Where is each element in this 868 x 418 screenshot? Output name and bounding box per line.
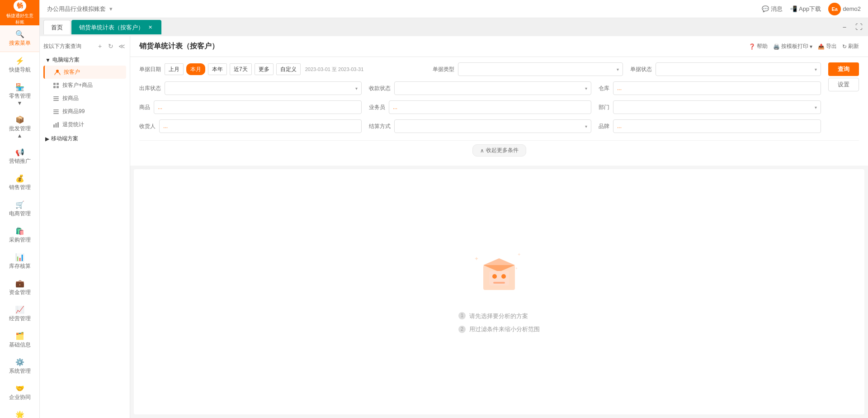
date-btn-last7[interactable]: 近7天	[230, 63, 252, 75]
scheme-collapse-btn[interactable]: ≪	[117, 42, 126, 51]
bill-status-item: 单据状态 ▾	[630, 62, 821, 76]
bill-status-select[interactable]: ▾	[656, 62, 821, 76]
date-btn-this-year[interactable]: 本年	[208, 63, 227, 75]
scheme-refresh-btn[interactable]: ↻	[106, 42, 115, 51]
warehouse-select[interactable]: ...	[613, 81, 821, 95]
bill-type-select[interactable]: ▾	[458, 62, 623, 76]
sidebar-item-finance[interactable]: 💼 资金管理	[0, 275, 40, 301]
brand-placeholder: ...	[617, 123, 622, 129]
tab-sales-stats[interactable]: 销货单统计表（按客户） ✕	[71, 20, 161, 34]
sidebar-operations-label: 经营管理	[2, 315, 38, 323]
user-profile[interactable]: Ea demo2	[828, 3, 861, 15]
sidebar-item-ecommerce[interactable]: 🛒 电商管理	[0, 196, 40, 222]
scheme-item-by-customer[interactable]: 按客户	[43, 66, 126, 79]
sidebar-item-system[interactable]: ⚙️ 系统管理	[0, 353, 40, 380]
salesperson-select[interactable]: ...	[389, 100, 591, 114]
topbar: 办公用品行业模拟账套 ▾ 💬 消息 📲 App下载 Ea demo2	[40, 0, 868, 18]
sidebar-wholesale-label: 批发管理	[2, 125, 38, 133]
message-btn[interactable]: 💬 消息	[762, 5, 783, 13]
svg-point-0	[56, 70, 59, 72]
tab-close-btn[interactable]: ✕	[146, 24, 154, 31]
sidebar-basic-label: 基础信息	[2, 341, 38, 349]
chart-icon	[52, 121, 60, 128]
app-download-btn[interactable]: 📲 App下载	[790, 5, 821, 13]
svg-rect-12	[56, 123, 57, 128]
settlement-select[interactable]: ▾	[394, 119, 591, 133]
print-btn[interactable]: 🖨️ 按模板打印 ▾	[773, 43, 812, 50]
grid-icon	[52, 82, 60, 89]
settlement-arrow: ▾	[585, 124, 587, 129]
brand-select[interactable]: ...	[613, 119, 821, 133]
operations-icon: 📈	[2, 305, 38, 314]
svg-rect-4	[57, 86, 59, 88]
logo-text: 畅捷通好生意	[6, 13, 33, 19]
svg-rect-10	[53, 113, 59, 114]
receive-status-select[interactable]: ▾	[394, 81, 591, 95]
finance-icon: 💼	[2, 279, 38, 288]
sidebar-item-inventory[interactable]: 📊 库存核算	[0, 248, 40, 275]
svg-rect-11	[53, 124, 55, 128]
export-icon: 📤	[818, 43, 825, 50]
scheme-item-label: 按客户+商品	[62, 81, 93, 89]
department-select[interactable]: ▾	[613, 100, 821, 114]
receiver-label: 收货人	[139, 123, 156, 130]
sidebar-item-retail[interactable]: 🏪 零售管理 ▼	[0, 78, 40, 111]
refresh-btn[interactable]: ↻ 刷新	[842, 43, 859, 50]
svg-rect-2	[57, 83, 59, 85]
tab-minimize-btn[interactable]: －	[839, 21, 850, 34]
sidebar-item-basic[interactable]: 🗂️ 基础信息	[0, 327, 40, 353]
scheme-item-by-product[interactable]: 按商品	[43, 92, 126, 105]
sidebar-item-quicknav[interactable]: ⚡ 快捷导航	[0, 52, 40, 78]
tab-sales-stats-label: 销货单统计表（按客户）	[79, 24, 144, 32]
warehouse-label: 仓库	[599, 85, 609, 92]
scheme-group-mobile-header[interactable]: ▶ 移动端方案	[43, 133, 126, 144]
expand-icon2: ▲	[2, 133, 38, 139]
scheme-item-by-customer-product[interactable]: 按客户+商品	[43, 79, 126, 92]
sidebar-item-wholesale[interactable]: 📦 批发管理 ▲	[0, 111, 40, 143]
sidebar-item-marketing[interactable]: 📢 营销推广	[0, 143, 40, 170]
date-btn-custom[interactable]: 自定义	[276, 63, 301, 75]
retail-icon: 🏪	[2, 83, 38, 91]
app-download-icon: 📲	[790, 5, 797, 12]
svg-text:✦: ✦	[515, 266, 518, 271]
sidebar-marketing-label: 营销推广	[2, 157, 38, 165]
topbar-dropdown-icon[interactable]: ▾	[109, 5, 113, 12]
sidebar-item-sales[interactable]: 💰 销售管理	[0, 170, 40, 196]
cooperation-icon: 🤝	[2, 384, 38, 393]
receiver-item: 收货人 ...	[139, 119, 362, 133]
sidebar-item-purchase[interactable]: 🛍️ 采购管理	[0, 222, 40, 248]
date-btn-this-month[interactable]: 本月	[186, 63, 205, 75]
svg-rect-5	[53, 96, 59, 97]
app-download-label: App下载	[799, 5, 821, 13]
scheme-add-btn[interactable]: +	[95, 42, 104, 51]
help-label: 帮助	[757, 43, 768, 50]
filter-row-2: 出库状态 ▾ 收款状态 ▾	[139, 81, 821, 95]
department-label: 部门	[599, 104, 609, 111]
date-btn-more[interactable]: 更多	[255, 63, 274, 75]
sidebar-item-newguide[interactable]: 🌟 新手引导	[0, 406, 40, 418]
collapse-more-btn[interactable]: ∧ 收起更多条件	[472, 144, 526, 157]
out-status-select[interactable]: ▾	[165, 81, 362, 95]
receiver-select[interactable]: ...	[159, 119, 362, 133]
date-label: 单据日期	[139, 66, 161, 73]
sidebar-item-search[interactable]: 🔍 搜索菜单	[0, 25, 40, 52]
sidebar-item-operations[interactable]: 📈 经营管理	[0, 301, 40, 327]
export-btn[interactable]: 📤 导出	[818, 43, 837, 50]
product-select[interactable]: ...	[154, 100, 362, 114]
date-btn-last-month[interactable]: 上月	[165, 63, 184, 75]
scheme-item-by-product99[interactable]: 按商品99	[43, 105, 126, 118]
help-link[interactable]: ❓ 帮助	[749, 43, 768, 50]
scheme-panel-header: 按以下方案查询 + ↻ ≪	[43, 40, 126, 54]
marketing-icon: 📢	[2, 148, 38, 157]
tab-home[interactable]: 首页	[43, 20, 71, 34]
scheme-item-return-stats[interactable]: 退货统计	[43, 118, 126, 131]
query-button[interactable]: 查询	[828, 62, 859, 76]
newguide-icon: 🌟	[2, 410, 38, 418]
bill-type-arrow: ▾	[617, 67, 619, 72]
sidebar-item-cooperation[interactable]: 🤝 企业协同	[0, 380, 40, 406]
tab-maximize-btn[interactable]: ⛶	[854, 21, 864, 34]
scheme-group-pc-header[interactable]: ▼ 电脑端方案	[43, 54, 126, 66]
empty-state: ✦ ✦ ✦ 1 请先选择要分析的方案 2 用过滤条件来缩小分析范围	[134, 169, 864, 414]
filter-row-3: 商品 ... 业务员 ...	[139, 100, 821, 114]
settings-button[interactable]: 设置	[828, 78, 859, 91]
